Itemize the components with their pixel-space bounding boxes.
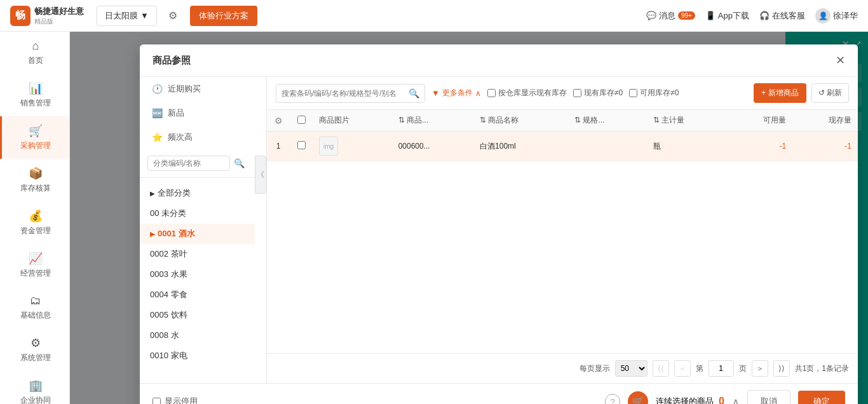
logo-area: 畅 畅捷通好生意 精品版 — [10, 6, 84, 26]
cat-0003[interactable]: 0003 水果 — [140, 264, 255, 285]
cat-0004[interactable]: 0004 零食 — [140, 285, 255, 305]
category-search-input[interactable] — [147, 156, 230, 171]
app-download-button[interactable]: 📱 App下载 — [705, 10, 749, 22]
modal-header: 商品参照 ✕ — [140, 44, 858, 77]
first-page-button[interactable]: ⟨⟨ — [653, 360, 669, 377]
nav-dropdown[interactable]: 日太阳膜 ▼ — [97, 6, 157, 26]
cat-0010[interactable]: 0010 家电 — [140, 346, 255, 366]
sidebar-item-home[interactable]: ⌂ 首页 — [0, 32, 69, 74]
user-menu[interactable]: 👤 徐泽华 — [815, 8, 858, 24]
col-unit[interactable]: ⇅ 主计量 — [647, 110, 728, 131]
filter-icon: ▼ — [431, 88, 440, 98]
tab-new-products[interactable]: 🆕 新品 — [140, 101, 266, 125]
footer-right: ? 🛒 连续选择的商品 0 ∧ 取消 确定 — [605, 390, 845, 404]
logo-icon: 畅 — [10, 6, 31, 26]
sort-icon-name: ⇅ — [480, 116, 486, 125]
tab-recent-purchase[interactable]: 🕐 近期购买 — [140, 77, 266, 101]
row-checkbox-cell[interactable] — [290, 131, 313, 161]
clock-icon: 🕐 — [152, 84, 163, 94]
star-icon: ⭐ — [152, 132, 163, 142]
nav-right: 💬 消息 99+ 📱 App下载 🎧 在线客服 👤 徐泽华 — [646, 8, 858, 24]
sort-icon: ⇅ — [398, 116, 405, 125]
toolbar-right: + 新增商品 ↺ 刷新 — [754, 83, 849, 103]
product-table-container: ⚙ 商品图片 ⇅ 商品... ⇅ 商品名称 — [267, 110, 858, 353]
last-page-button[interactable]: ⟩⟩ — [773, 360, 790, 377]
row-unit: 瓶 — [647, 131, 728, 161]
cart-icon[interactable]: 🛒 — [628, 391, 648, 404]
available-stock-checkbox[interactable]: 现有库存≠0 — [573, 88, 623, 98]
main-layout: ⌂ 首页 📊 销售管理 🛒 采购管理 📦 库存核算 💰 资金管理 📈 经营管理 … — [0, 32, 868, 404]
col-spec[interactable]: ⇅ 规格... — [568, 110, 646, 131]
product-search-input[interactable] — [276, 89, 403, 98]
messages-badge: 99+ — [678, 11, 695, 20]
avatar: 👤 — [815, 8, 831, 24]
confirm-button[interactable]: 确定 — [798, 391, 845, 404]
cancel-button[interactable]: 取消 — [747, 390, 790, 404]
cat-0005[interactable]: 0005 饮料 — [140, 305, 255, 325]
sidebar-item-business[interactable]: 📈 经营管理 — [0, 244, 69, 286]
purchase-icon: 🛒 — [29, 124, 43, 138]
sidebar-item-purchase[interactable]: 🛒 采购管理 — [0, 116, 69, 159]
current-page-input[interactable] — [709, 360, 734, 377]
online-service-button[interactable]: 🎧 在线客服 — [759, 10, 805, 22]
column-settings-icon[interactable]: ⚙ — [275, 116, 283, 126]
prev-page-button[interactable]: ＜ — [674, 360, 691, 377]
sales-icon: 📊 — [29, 81, 43, 95]
sidebar-item-finance[interactable]: 💰 资金管理 — [0, 201, 69, 244]
sidebar-item-sales[interactable]: 📊 销售管理 — [0, 74, 69, 116]
collapse-cart-button[interactable]: ∧ — [732, 396, 740, 405]
chevron-up-icon: ∧ — [475, 89, 481, 98]
row-name: 白酒100ml — [473, 131, 568, 161]
show-disabled-checkbox[interactable]: 显示停用 — [153, 396, 198, 404]
collapse-left-panel-button[interactable]: 《 — [255, 156, 266, 194]
cat-0008[interactable]: 0008 水 — [140, 325, 255, 346]
toolbar: 🔍 ▼ 更多条件 ∧ 按仓库显示现有库存 — [267, 77, 858, 110]
chevron-down-icon: ▼ — [140, 11, 149, 20]
sort-icon-spec: ⇅ — [574, 116, 581, 125]
col-code[interactable]: ⇅ 商品... — [392, 110, 473, 131]
refresh-button[interactable]: ↺ 刷新 — [811, 83, 849, 103]
modal-left-panel: 🕐 近期购买 🆕 新品 ⭐ 频次高 — [140, 77, 267, 383]
select-all-checkbox[interactable] — [297, 116, 306, 124]
modal-close-button[interactable]: ✕ — [836, 53, 845, 67]
warehouse-display-checkbox[interactable]: 按仓库显示现有库存 — [487, 88, 567, 98]
table-row[interactable]: 1 img 000600... 白酒100ml — [267, 131, 858, 161]
help-icon[interactable]: ? — [605, 394, 620, 404]
cta-button[interactable]: 体验行业方案 — [190, 6, 257, 26]
tab-frequent[interactable]: ⭐ 频次高 — [140, 125, 266, 149]
messages-button[interactable]: 💬 消息 99+ — [646, 10, 695, 22]
usable-stock-checkbox[interactable]: 可用库存≠0 — [629, 88, 679, 98]
category-search-icon[interactable]: 🔍 — [234, 158, 245, 168]
cat-0002[interactable]: 0002 茶叶 — [140, 244, 255, 264]
modal-left-tabs: 🕐 近期购买 🆕 新品 ⭐ 频次高 — [140, 77, 266, 149]
pagination: 每页显示 20 50 100 ⟨⟨ ＜ 第 页 ＞ ⟩⟩ 共1页，1条 — [267, 353, 858, 383]
sidebar-item-inventory[interactable]: 📦 库存核算 — [0, 159, 69, 201]
product-search-button[interactable]: 🔍 — [403, 88, 424, 98]
cat-all[interactable]: ▶ 全部分类 — [140, 183, 255, 203]
add-product-button[interactable]: + 新增商品 — [754, 83, 806, 103]
sidebar-item-basic[interactable]: 🗂 基础信息 — [0, 286, 69, 328]
row-stock: -1 — [792, 131, 858, 161]
cat-00[interactable]: 00 未分类 — [140, 203, 255, 224]
new-icon: 🆕 — [152, 108, 163, 118]
col-name[interactable]: ⇅ 商品名称 — [473, 110, 568, 131]
product-thumbnail: img — [319, 137, 338, 156]
col-image: 商品图片 — [313, 110, 392, 131]
col-stock: 现存量 — [792, 110, 858, 131]
sidebar-item-enterprise[interactable]: 🏢 企业协同 — [0, 371, 69, 404]
home-icon: ⌂ — [32, 39, 39, 53]
next-page-button[interactable]: ＞ — [752, 360, 768, 377]
more-filters-button[interactable]: ▼ 更多条件 ∧ — [431, 88, 481, 98]
row-checkbox[interactable] — [297, 141, 306, 149]
basic-icon: 🗂 — [30, 294, 41, 307]
download-icon: 📱 — [705, 11, 715, 20]
modal-title: 商品参照 — [153, 55, 191, 67]
cat-0001[interactable]: ▶ 0001 酒水 — [140, 224, 255, 244]
row-available: -1 — [728, 131, 793, 161]
page-size-select[interactable]: 20 50 100 — [615, 360, 648, 377]
sidebar-item-system[interactable]: ⚙ 系统管理 — [0, 328, 69, 371]
product-table: ⚙ 商品图片 ⇅ 商品... ⇅ 商品名称 — [267, 110, 858, 161]
left-sidebar: ⌂ 首页 📊 销售管理 🛒 采购管理 📦 库存核算 💰 资金管理 📈 经营管理 … — [0, 32, 70, 404]
settings-icon[interactable]: ⚙ — [163, 6, 182, 25]
modal-right-panel: 🔍 ▼ 更多条件 ∧ 按仓库显示现有库存 — [267, 77, 858, 383]
